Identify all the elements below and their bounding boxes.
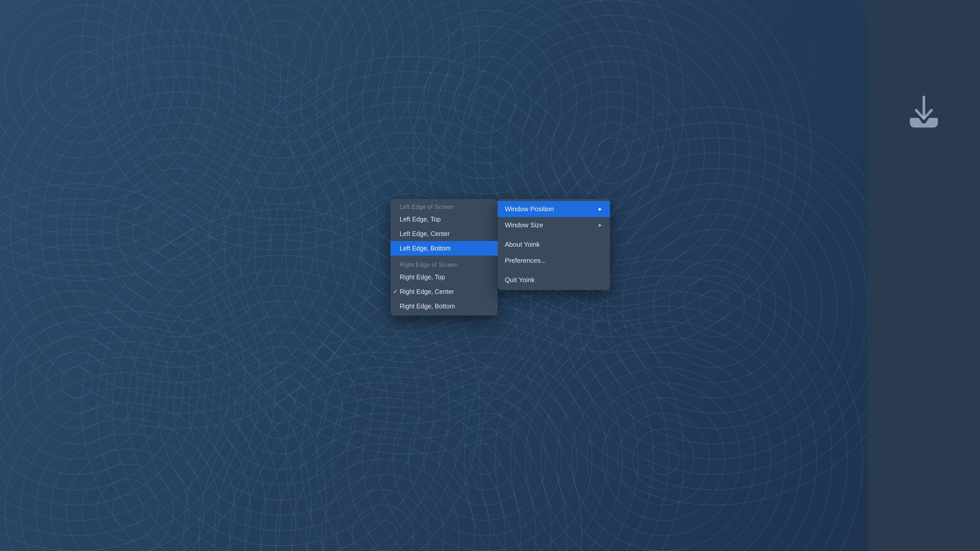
main-menu: Window Position ► Window Size ► About Yo… bbox=[498, 199, 610, 290]
window-position-arrow: ► bbox=[598, 206, 603, 212]
position-separator bbox=[390, 257, 498, 257]
menu-about-yoink-label: About Yoink bbox=[505, 241, 540, 248]
right-edge-center-checkmark: ✓ bbox=[393, 289, 398, 295]
left-edge-center-label: Left Edge, Center bbox=[400, 230, 450, 238]
right-edge-top-item[interactable]: Right Edge, Top bbox=[390, 270, 498, 284]
menu-container: Left Edge of Screen Left Edge, Top Left … bbox=[390, 199, 610, 316]
menu-separator-1 bbox=[498, 235, 610, 235]
menu-separator-2 bbox=[498, 270, 610, 270]
menu-window-position-label: Window Position bbox=[505, 205, 554, 213]
right-edge-section-header: Right Edge of Screen bbox=[390, 259, 498, 270]
left-edge-section-header: Left Edge of Screen bbox=[390, 201, 498, 212]
window-size-arrow: ► bbox=[598, 222, 603, 228]
left-edge-top-label: Left Edge, Top bbox=[400, 216, 441, 223]
submenu-position: Left Edge of Screen Left Edge, Top Left … bbox=[390, 199, 498, 316]
right-edge-center-label: Right Edge, Center bbox=[400, 288, 454, 295]
menu-preferences-label: Preferences... bbox=[505, 257, 546, 265]
left-edge-bottom-label: Left Edge, Bottom bbox=[400, 245, 451, 252]
menu-window-size[interactable]: Window Size ► bbox=[498, 217, 610, 233]
menu-preferences[interactable]: Preferences... bbox=[498, 252, 610, 268]
download-icon bbox=[904, 92, 944, 133]
menu-window-size-label: Window Size bbox=[505, 221, 543, 229]
menu-quit-yoink[interactable]: Quit Yoink bbox=[498, 272, 610, 288]
left-edge-bottom-item[interactable]: Left Edge, Bottom bbox=[390, 241, 498, 256]
menu-about-yoink[interactable]: About Yoink bbox=[498, 237, 610, 252]
menu-window-position[interactable]: Window Position ► bbox=[498, 201, 610, 217]
download-icon-wrapper bbox=[898, 87, 950, 138]
left-edge-top-item[interactable]: Left Edge, Top bbox=[390, 212, 498, 227]
right-edge-bottom-label: Right Edge, Bottom bbox=[400, 303, 455, 310]
menu-quit-yoink-label: Quit Yoink bbox=[505, 276, 535, 284]
left-edge-center-item[interactable]: Left Edge, Center bbox=[390, 227, 498, 241]
right-panel bbox=[868, 0, 980, 551]
right-edge-center-item[interactable]: ✓ Right Edge, Center bbox=[390, 284, 498, 299]
right-edge-bottom-item[interactable]: Right Edge, Bottom bbox=[390, 299, 498, 313]
right-edge-top-label: Right Edge, Top bbox=[400, 273, 445, 281]
